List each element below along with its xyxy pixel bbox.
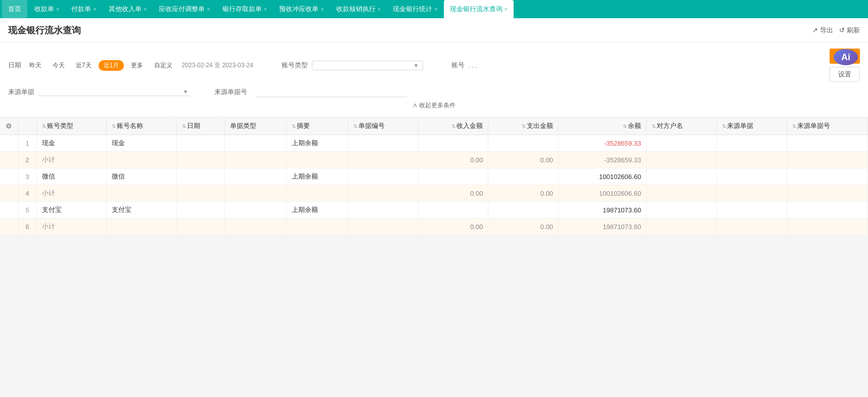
ai-label: Ai xyxy=(841,52,850,63)
cell-counterparty xyxy=(647,218,717,235)
col-balance[interactable]: ⇅余额 xyxy=(559,117,647,135)
cell-source-doc xyxy=(716,218,787,235)
gear-icon[interactable]: ⚙ xyxy=(6,122,12,130)
cell-doc-number xyxy=(348,185,419,202)
source-doc-select[interactable]: ▼ xyxy=(38,88,190,96)
account-dots[interactable]: ... xyxy=(469,61,478,70)
cell-doc-number xyxy=(348,202,419,218)
nav-tab-liushui[interactable]: 现金银行流水查询 × xyxy=(444,0,514,18)
table-row[interactable]: 1 现金 现金 上期余额 -3528659.33 xyxy=(0,135,868,152)
col-doc-type: 单据类型 xyxy=(225,117,287,135)
cell-settings xyxy=(0,218,18,235)
nav-home[interactable]: 首页 xyxy=(2,0,27,18)
col-source-doc[interactable]: ⇅来源单据 xyxy=(716,117,787,135)
account-filter-group: 账号 ... xyxy=(451,61,478,70)
nav-tab-yushou[interactable]: 预收冲应收单 × xyxy=(273,0,330,18)
refresh-button[interactable]: ↺ 刷新 xyxy=(839,26,860,35)
collapse-bar[interactable]: ∧ 收起更多条件 xyxy=(8,99,860,111)
cell-doc-type xyxy=(225,168,287,185)
cell-account-name: 现金 xyxy=(107,135,177,152)
cell-num: 2 xyxy=(18,152,36,168)
cell-date xyxy=(176,218,224,235)
table-row[interactable]: 3 微信 微信 上期余额 100102606.60 xyxy=(0,168,868,185)
nav-tab-fukuandan[interactable]: 付款单 × xyxy=(65,0,102,18)
col-income[interactable]: ⇅收入金额 xyxy=(418,117,488,135)
cell-summary: 上期余额 xyxy=(287,202,348,218)
cell-num: 3 xyxy=(18,168,36,185)
date-btn-7days[interactable]: 近7天 xyxy=(72,60,96,71)
cell-income: 0.00 xyxy=(418,218,488,235)
ai-badge[interactable]: Ai xyxy=(834,49,858,65)
col-account-type[interactable]: ⇅账号类型 xyxy=(36,117,107,135)
cell-source-doc xyxy=(716,202,787,218)
close-icon[interactable]: × xyxy=(378,6,381,12)
date-filter-group: 日期 昨天 今天 近7天 近1月 更多 自定义 2023-02-24 至 202… xyxy=(8,60,253,71)
close-icon[interactable]: × xyxy=(434,6,437,12)
sort-icon: ⇅ xyxy=(451,123,455,129)
page-header: 现金银行流水查询 ↗ 导出 ↺ 刷新 xyxy=(0,18,868,42)
cell-summary: 上期余额 xyxy=(287,135,348,152)
nav-tab-shoukuanhexiao[interactable]: 收款核销执行 × xyxy=(330,0,387,18)
cell-balance: 19871073.60 xyxy=(559,218,647,235)
home-label: 首页 xyxy=(8,5,21,14)
cell-doc-number xyxy=(348,168,419,185)
col-counterparty[interactable]: ⇅对方户名 xyxy=(647,117,717,135)
cell-account-type: 微信 xyxy=(36,168,107,185)
source-doc-num-filter-group: 来源单据号 xyxy=(214,87,407,97)
nav-tab-yinhangcunqu[interactable]: 银行存取款单 × xyxy=(216,0,273,18)
cell-balance: -3528659.33 xyxy=(559,152,647,168)
close-icon[interactable]: × xyxy=(505,6,508,12)
col-date[interactable]: ⇅日期 xyxy=(176,117,224,135)
source-doc-num-input[interactable] xyxy=(255,87,407,97)
cell-counterparty xyxy=(647,185,717,202)
close-icon[interactable]: × xyxy=(264,6,267,12)
sort-icon: ⇅ xyxy=(42,123,46,129)
cell-num: 5 xyxy=(18,202,36,218)
close-icon[interactable]: × xyxy=(93,6,96,12)
col-settings[interactable]: ⚙ xyxy=(0,117,18,135)
close-icon[interactable]: × xyxy=(144,6,147,12)
col-expense[interactable]: ⇅支出金额 xyxy=(488,117,559,135)
nav-tab-xianjinyinhang[interactable]: 现金银行统计 × xyxy=(387,0,443,18)
close-icon[interactable]: × xyxy=(321,6,324,12)
cell-settings xyxy=(0,185,18,202)
sort-icon: ⇅ xyxy=(652,123,656,129)
nav-tab-yingshouyingfu[interactable]: 应收应付调整单 × xyxy=(153,0,216,18)
account-type-select[interactable]: ▼ xyxy=(312,61,423,70)
cell-source-doc xyxy=(716,185,787,202)
table-row[interactable]: 6 小计 0.00 0.00 19871073.60 xyxy=(0,218,868,235)
data-table: ⚙ ⇅账号类型 ⇅账号名称 ⇅日期 单据类型 ⇅摘要 ⇅单据编号 xyxy=(0,117,868,235)
date-btn-more[interactable]: 更多 xyxy=(127,60,147,71)
nav-tab-qitashouru[interactable]: 其他收入单 × xyxy=(103,0,153,18)
cell-source-doc-num xyxy=(787,135,867,152)
cell-source-doc xyxy=(716,168,787,185)
date-btn-today[interactable]: 今天 xyxy=(49,60,69,71)
table-wrap: ⚙ ⇅账号类型 ⇅账号名称 ⇅日期 单据类型 ⇅摘要 ⇅单据编号 xyxy=(0,117,868,235)
date-btn-custom[interactable]: 自定义 xyxy=(150,60,176,71)
settings-button[interactable]: 设置 xyxy=(830,67,860,82)
table-row[interactable]: 5 支付宝 支付宝 上期余额 19871073.60 xyxy=(0,202,868,218)
close-icon[interactable]: × xyxy=(56,6,59,12)
chevron-down-icon: ▼ xyxy=(414,63,419,68)
table-row[interactable]: 2 小计 0.00 0.00 -3528659.33 xyxy=(0,152,868,168)
export-button[interactable]: ↗ 导出 xyxy=(812,26,833,35)
chevron-down-icon: ▼ xyxy=(183,89,188,95)
date-btn-1month[interactable]: 近1月 xyxy=(99,60,124,71)
col-account-name[interactable]: ⇅账号名称 xyxy=(107,117,177,135)
col-summary[interactable]: ⇅摘要 xyxy=(287,117,348,135)
cell-account-name: 支付宝 xyxy=(107,202,177,218)
cell-num: 6 xyxy=(18,218,36,235)
cell-source-doc xyxy=(716,135,787,152)
table-row[interactable]: 4 小计 0.00 0.00 100102606.60 xyxy=(0,185,868,202)
collapse-label: 收起更多条件 xyxy=(419,102,455,109)
date-label: 日期 xyxy=(8,61,21,70)
col-doc-number[interactable]: ⇅单据编号 xyxy=(348,117,419,135)
cell-settings xyxy=(0,168,18,185)
nav-tab-shoukuandan[interactable]: 收款单 × xyxy=(28,0,65,18)
filter-row-1: 日期 昨天 今天 近7天 近1月 更多 自定义 2023-02-24 至 202… xyxy=(8,49,860,82)
cell-expense: 0.00 xyxy=(488,185,559,202)
cell-summary: 上期余额 xyxy=(287,168,348,185)
close-icon[interactable]: × xyxy=(207,6,210,12)
date-btn-yesterday[interactable]: 昨天 xyxy=(25,60,45,71)
col-source-doc-num[interactable]: ⇅来源单据号 xyxy=(787,117,867,135)
